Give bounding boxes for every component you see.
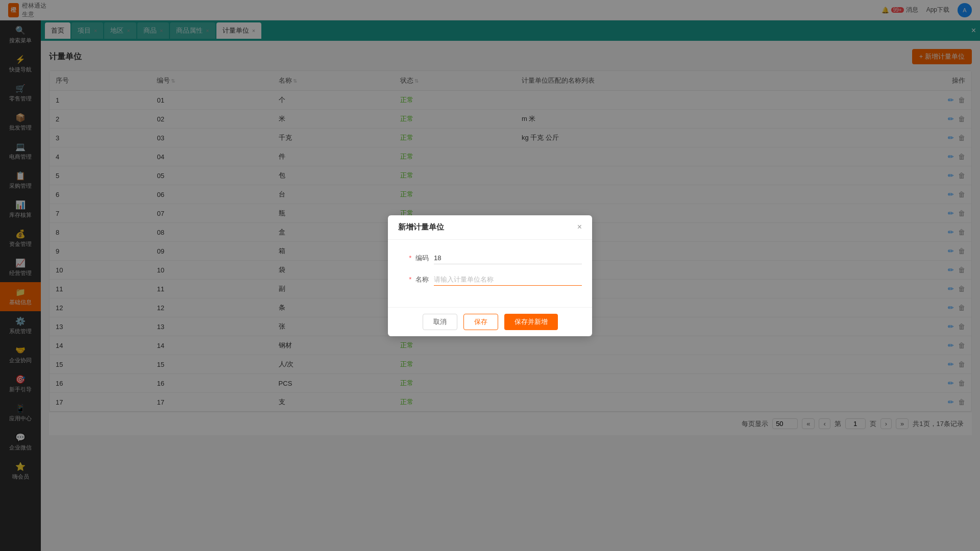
required-mark-code: * (409, 254, 411, 262)
name-input[interactable] (434, 273, 582, 286)
form-label-code: * 编码 (398, 254, 429, 263)
modal-close-button[interactable]: × (577, 222, 582, 232)
add-unit-modal: 新增计量单位 × * 编码 * 名称 取消 保存 保存并新增 (388, 215, 592, 336)
form-label-name: * 名称 (398, 275, 429, 284)
code-input[interactable] (434, 252, 582, 264)
save-and-new-button[interactable]: 保存并新增 (504, 314, 558, 330)
save-button[interactable]: 保存 (463, 314, 498, 330)
cancel-button[interactable]: 取消 (423, 314, 457, 330)
modal-body: * 编码 * 名称 (388, 240, 592, 307)
modal-overlay[interactable]: 新增计量单位 × * 编码 * 名称 取消 保存 保存并新增 (0, 0, 980, 551)
form-row-code: * 编码 (398, 252, 582, 264)
required-mark-name: * (409, 276, 411, 283)
modal-footer: 取消 保存 保存并新增 (388, 307, 592, 336)
modal-title: 新增计量单位 (398, 222, 444, 232)
modal-header: 新增计量单位 × (388, 215, 592, 240)
form-row-name: * 名称 (398, 273, 582, 286)
